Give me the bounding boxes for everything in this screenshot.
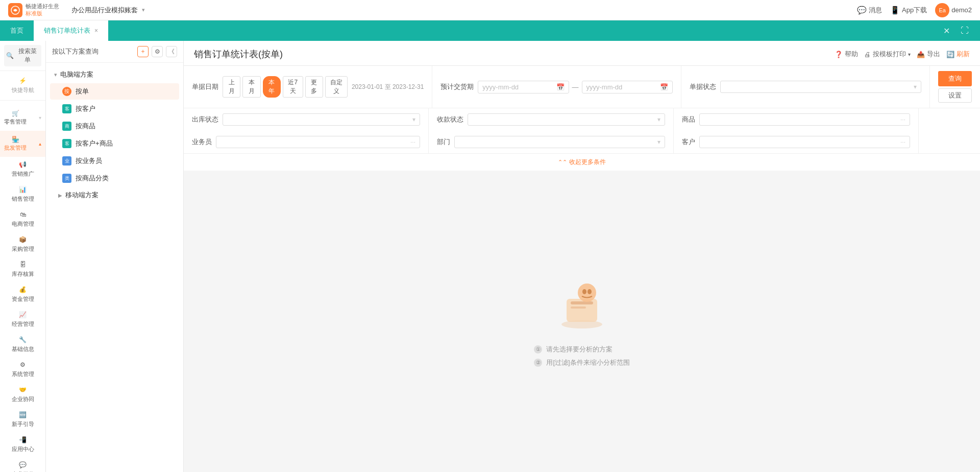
scheme-group-header-pc[interactable]: ▾ 电脑端方案 (50, 67, 179, 82)
content-area: 按以下方案查询 + ⚙ 《 ▾ 电脑端方案 按 按单 (46, 41, 980, 472)
expected-date-label: 预计交货期 (440, 82, 474, 91)
window-close-icon[interactable]: ✕ (939, 23, 953, 38)
system-icon: ⚙ (20, 361, 26, 368)
marketing-icon: 📢 (19, 161, 27, 168)
date-btn-last-month[interactable]: 上月 (223, 76, 240, 98)
scheme-item-by-goods-category[interactable]: 类 按商品分类 (50, 170, 179, 186)
sidebar-item-operations[interactable]: 📈 经营管理 (0, 307, 45, 332)
export-btn[interactable]: 📤 导出 (917, 50, 940, 59)
date-btn-7days[interactable]: 近7天 (283, 76, 303, 98)
scheme-label-by-customer-goods: 按客户+商品 (76, 139, 113, 148)
left-panel-title: 按以下方案查询 (52, 47, 99, 56)
page-title: 销售订单统计表(按单) (194, 48, 283, 60)
sidebar-item-retail[interactable]: 🛒 零售管理 ▾ (0, 105, 45, 131)
search-menu-btn[interactable]: 🔍 搜索菜单 (4, 45, 41, 66)
download-btn[interactable]: 📱 App下载 (890, 6, 927, 15)
salesman-block: 业务员 ··· (184, 131, 429, 153)
expected-date-end[interactable]: yyyy-mm-dd 📅 (582, 81, 673, 93)
sidebar-item-wechat[interactable]: 💬 企业微信 (0, 457, 45, 472)
sidebar-item-sales[interactable]: 📊 销售管理 (0, 182, 45, 207)
left-panel-header: 按以下方案查询 + ⚙ 《 (46, 41, 183, 63)
app-title[interactable]: 办公用品行业模拟账套 (71, 6, 138, 15)
sidebar-item-quick-nav[interactable]: ⚡ 快捷导航 (0, 73, 45, 98)
empty-state: ① 请先选择要分析的方案 ② 用[过滤]条件来缩小分析范围 (184, 171, 980, 472)
sales-icon: 📊 (19, 186, 27, 193)
date-btn-this-year[interactable]: 本年 (263, 76, 281, 98)
date-btn-more[interactable]: 更多 (305, 76, 323, 98)
sidebar-item-finance[interactable]: 💰 资金管理 (0, 282, 45, 307)
sidebar-item-purchase[interactable]: 📦 采购管理 (0, 232, 45, 257)
date-btn-this-month[interactable]: 本月 (242, 76, 260, 98)
status-select-wrap: ▾ (720, 81, 921, 93)
scheme-subgroup-header-mobile[interactable]: ▶ 移动端方案 (50, 187, 179, 203)
scheme-item-by-customer[interactable]: 客 按客户 (50, 101, 179, 117)
tab-home[interactable]: 首页 (0, 20, 34, 41)
sidebar-item-wholesale[interactable]: 🏪 批发管理 ▴ (0, 131, 45, 157)
finance-icon: 💰 (19, 286, 27, 293)
out-status-select[interactable]: ▾ (223, 113, 420, 126)
tab-close-icon[interactable]: × (94, 27, 98, 34)
collect-status-block: 收款状态 ▾ (429, 108, 674, 131)
expected-date-start[interactable]: yyyy-mm-dd 📅 (478, 81, 569, 93)
sidebar-item-newbie[interactable]: 🆕 新手引导 (0, 407, 45, 432)
scheme-item-by-goods[interactable]: 商 按商品 (50, 118, 179, 134)
sidebar-item-app[interactable]: 📲 应用中心 (0, 432, 45, 457)
message-btn[interactable]: 💬 消息 (857, 6, 882, 15)
collapse-bar[interactable]: ⌃⌃ 收起更多条件 (184, 153, 980, 171)
collect-status-select[interactable]: ▾ (468, 113, 665, 126)
collect-status-label: 收款状态 (437, 115, 463, 124)
collect-status-select-wrap: ▾ (468, 113, 665, 126)
query-btn[interactable]: 查询 (938, 71, 972, 86)
window-maximize-icon[interactable]: ⛶ (958, 23, 972, 38)
sidebar-item-enterprise[interactable]: 🤝 企业协同 (0, 382, 45, 407)
refresh-btn[interactable]: 🔄 刷新 (946, 50, 970, 59)
salesman-input[interactable]: ··· (216, 136, 420, 148)
calendar-end-icon: 📅 (660, 83, 668, 91)
scheme-subgroup-arrow-mobile: ▶ (58, 193, 62, 198)
scheme-item-by-salesman[interactable]: 业 按业务员 (50, 153, 179, 169)
avatar: Ea (935, 3, 949, 17)
customer-input[interactable]: ··· (699, 136, 910, 148)
out-status-select-wrap: ▾ (223, 113, 420, 126)
scheme-label-by-salesman: 按业务员 (76, 156, 102, 166)
app-icon: 📲 (19, 436, 27, 443)
wholesale-icon: 🏪 (12, 136, 19, 143)
sidebar-item-marketing[interactable]: 📢 营销推广 (0, 157, 45, 182)
date-btn-custom[interactable]: 自定义 (325, 76, 348, 98)
scheme-group-label-mobile: 移动端方案 (65, 191, 99, 200)
svg-point-6 (582, 289, 586, 294)
goods-block: 商品 ··· (674, 108, 919, 131)
goods-input-wrap: ··· (699, 113, 910, 126)
sidebar-item-inventory[interactable]: 🗄 库存核算 (0, 257, 45, 282)
out-status-dropdown-icon: ▾ (412, 116, 415, 123)
status-select[interactable]: ▾ (720, 81, 921, 93)
settings-btn[interactable]: 设置 (938, 88, 972, 103)
scheme-icon-by-goods-category: 类 (62, 174, 71, 183)
scheme-label-by-customer: 按客户 (76, 104, 95, 113)
left-panel: 按以下方案查询 + ⚙ 《 ▾ 电脑端方案 按 按单 (46, 41, 184, 472)
calendar-start-icon: 📅 (556, 83, 565, 91)
add-scheme-btn[interactable]: + (137, 46, 149, 57)
help-icon: ❓ (835, 51, 843, 58)
department-select[interactable]: ▾ (454, 136, 665, 148)
goods-input[interactable]: ··· (699, 113, 910, 126)
export-icon: 📤 (917, 51, 925, 58)
settings-scheme-btn[interactable]: ⚙ (152, 46, 163, 57)
out-status-label: 出库状态 (192, 115, 218, 124)
scheme-icon-by-customer-goods: 客 (62, 139, 71, 148)
help-btn[interactable]: ❓ 帮助 (835, 50, 858, 59)
scheme-group-label-pc: 电脑端方案 (60, 70, 93, 79)
sidebar-item-ecommerce[interactable]: 🛍 电商管理 (0, 207, 45, 232)
sidebar-item-basic[interactable]: 🔧 基础信息 (0, 332, 45, 357)
sidebar-item-system[interactable]: ⚙ 系统管理 (0, 357, 45, 382)
scheme-item-by-customer-goods[interactable]: 客 按客户+商品 (50, 135, 179, 152)
scheme-item-by-order[interactable]: 按 按单 (50, 83, 179, 100)
scheme-label-by-goods-category: 按商品分类 (76, 174, 109, 183)
empty-tip-2: ② 用[过滤]条件来缩小分析范围 (534, 356, 629, 369)
user-area[interactable]: Ea demo2 (935, 3, 972, 17)
print-btn[interactable]: 🖨 按模板打印 ▾ (864, 50, 911, 59)
collapse-panel-btn[interactable]: 《 (166, 46, 177, 57)
empty-tip-1: ① 请先选择要分析的方案 (534, 343, 629, 356)
quick-nav-icon: ⚡ (19, 77, 27, 84)
tab-sales-order[interactable]: 销售订单统计表 × (34, 20, 108, 41)
